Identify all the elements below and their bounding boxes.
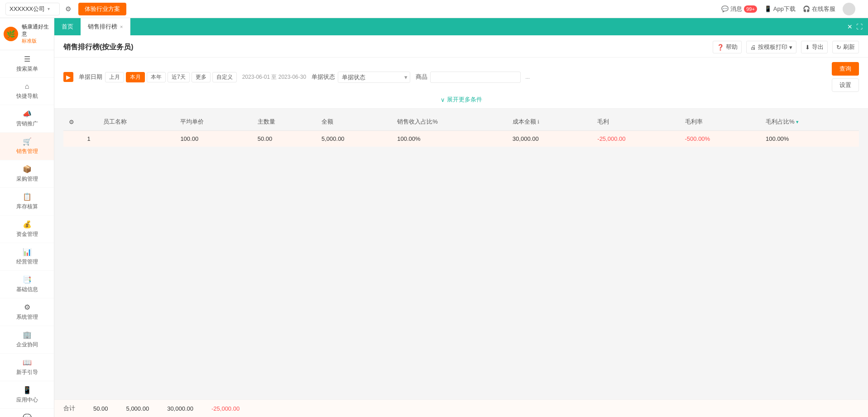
col-gross-rate: 毛利率 [680,113,761,131]
app-download-label: App下载 [773,5,796,13]
finance-icon: 💰 [23,220,32,229]
enterprise-icon: 🏢 [23,331,32,339]
sidebar-label-quicknav: 快捷导航 [16,92,38,100]
expand-arrow-icon: ∨ [441,96,445,103]
settings-button[interactable]: 设置 [832,78,859,92]
cost-info-icon: ℹ [537,119,539,125]
cell-name [98,131,175,147]
status-filter: 单据状态 单据状态 [312,72,410,83]
app-center-icon: 📱 [23,386,32,394]
online-service-button[interactable]: 🎧 在线客服 [803,5,835,13]
company-dropdown-arrow: ▾ [48,6,50,11]
sidebar-item-inventory[interactable]: 📋 库存核算 [0,188,54,216]
sidebar-item-guide[interactable]: 📖 新手引导 [0,354,54,381]
logo-text-block: 畅康通好生意 标准版 [22,24,50,44]
sidebar-label-guide: 新手引导 [16,369,38,376]
export-icon: ⬇ [805,44,810,51]
col-avg-price: 平均单价 [175,113,252,131]
status-label: 单据状态 [312,73,335,81]
app-icon: 📱 [764,5,772,12]
expand-label: 展开更多条件 [447,96,482,104]
tab-maximize-btn[interactable]: ⛶ [856,23,863,30]
export-button[interactable]: ⬇ 导出 [801,41,828,53]
refresh-button[interactable]: ↻ 刷新 [832,41,859,53]
main-layout: 🌿 畅康通好生意 标准版 ☰ 搜索菜单 ⌂ 快捷导航 📣 营销推广 🛒 销售管理… [0,18,868,417]
date-filter: 单据日期 上月 本月 本年 近7天 更多 自定义 [79,72,237,82]
operation-icon: 📊 [23,248,32,256]
header-actions: ❓ 帮助 🖨 按模板打印 ▾ ⬇ 导出 ↻ 刷新 [713,41,859,53]
service-icon: 🎧 [803,5,810,12]
cell-cost: 30,000.00 [507,131,592,147]
sidebar-logo: 🌿 畅康通好生意 标准版 [0,18,54,50]
page-header: 销售排行榜(按业务员) ❓ 帮助 🖨 按模板打印 ▾ ⬇ 导出 [54,35,868,58]
goods-label: 商品 [416,73,427,81]
sidebar: 🌿 畅康通好生意 标准版 ☰ 搜索菜单 ⌂ 快捷导航 📣 营销推广 🛒 销售管理… [0,18,54,417]
expand-conditions-btn[interactable]: ∨ 展开更多条件 [441,96,482,104]
table-header-row: ⚙ 员工名称 平均单价 主数量 全额 销售收入占比% 成本全额 ℹ 毛利 毛利率… [63,113,859,131]
print-dropdown-icon: ▾ [789,44,792,51]
date-range-text: 2023-06-01 至 2023-06-30 [242,73,306,81]
query-button[interactable]: 查询 [832,62,859,76]
filter-expand-arrow[interactable]: ▶ [63,72,73,82]
home-icon: ⌂ [25,82,29,91]
avatar[interactable] [843,3,855,15]
date-btn-7days[interactable]: 近7天 [168,72,190,82]
template-print-button[interactable]: 🖨 按模板打印 ▾ [746,41,796,53]
sidebar-item-sales[interactable]: 🛒 销售管理 [0,133,54,160]
col-cost: 成本全额 ℹ [507,113,592,131]
sidebar-label-appcenter: 应用中心 [16,396,38,404]
trial-button[interactable]: 体验行业方案 [78,3,126,15]
sidebar-label-enterprise: 企业协同 [16,341,38,349]
sidebar-label-inventory: 库存核算 [16,203,38,211]
sidebar-item-basic-info[interactable]: 📑 基础信息 [0,271,54,298]
sidebar-item-search-order[interactable]: ☰ 搜索菜单 [0,50,54,78]
col-settings[interactable]: ⚙ [63,113,80,131]
sales-icon: 🛒 [23,137,32,146]
content-area: 首页 销售排行榜 × ✕ ⛶ 销售排行榜(按业务员) ❓ 帮助 [54,18,868,417]
sidebar-item-enterprise[interactable]: 🏢 企业协同 [0,326,54,354]
sidebar-item-app-center[interactable]: 📱 应用中心 [0,381,54,409]
tab-sales-ranking[interactable]: 销售排行榜 × [81,18,130,35]
sidebar-label-sales: 销售管理 [16,148,38,155]
template-print-label: 按模板打印 [758,43,787,51]
sidebar-item-finance[interactable]: 💰 资金管理 [0,216,54,243]
tab-close-icon[interactable]: × [120,24,123,29]
table-body: 1 100.00 50.00 5,000.00 100.00% 30,000.0… [63,131,859,147]
date-btn-this-month[interactable]: 本月 [126,72,145,82]
sidebar-label-finance: 资金管理 [16,230,38,238]
date-btn-last-month[interactable]: 上月 [105,72,124,82]
more-filter-btn[interactable]: ... [523,73,532,81]
date-range-text-item: 2023-06-01 至 2023-06-30 [242,73,306,81]
sidebar-item-system[interactable]: ⚙ 系统管理 [0,298,54,326]
sidebar-label-purchase: 采购管理 [16,175,38,183]
footer-amount: 5,000.00 [126,405,149,412]
sidebar-item-marketing[interactable]: 📣 营销推广 [0,105,54,133]
col-sales-pct: 销售收入占比% [392,113,507,131]
tab-home[interactable]: 首页 [54,18,81,35]
gear-icon[interactable]: ⚙ [63,3,73,15]
sidebar-label-marketing: 营销推广 [16,120,38,128]
cell-sales-pct: 100.00% [392,131,507,147]
goods-input[interactable] [430,72,521,83]
date-btn-this-year[interactable]: 本年 [147,72,166,82]
company-selector[interactable]: XXXXXX公司 ▾ [5,3,60,15]
help-icon: ❓ [717,44,724,51]
sidebar-item-wechat[interactable]: 💬 企业微信 [0,409,54,417]
sidebar-item-operation[interactable]: 📊 经营管理 [0,243,54,271]
sidebar-item-quick-nav[interactable]: ⌂ 快捷导航 [0,78,54,105]
sidebar-item-purchase[interactable]: 📦 采购管理 [0,160,54,188]
sidebar-label-operation: 经营管理 [16,258,38,266]
date-btn-custom[interactable]: 自定义 [212,72,237,82]
app-download-button[interactable]: 📱 App下载 [764,5,796,13]
online-service-label: 在线客服 [812,5,835,13]
status-select[interactable]: 单据状态 [338,72,410,83]
table-footer: 合计 50.00 5,000.00 30,000.00 -25,000.00 [54,399,868,417]
col-gross-pct: 毛利占比% ▾ [760,113,859,131]
help-button[interactable]: ❓ 帮助 [713,41,742,53]
tab-close-btn[interactable]: ✕ [847,23,853,30]
date-btn-more[interactable]: 更多 [192,72,211,82]
col-name: 员工名称 [98,113,175,131]
message-button[interactable]: 💬 消息 99+ [721,5,757,13]
wechat-icon: 💬 [23,413,32,417]
top-right-actions: 💬 消息 99+ 📱 App下载 🎧 在线客服 [721,3,863,15]
